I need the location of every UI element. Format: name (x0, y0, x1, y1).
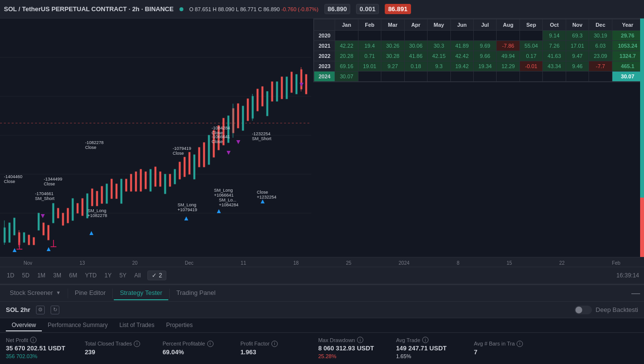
max-drawdown-info[interactable]: i (357, 337, 363, 343)
metrics-bar: Net Profit i 35 670 202.51 USDT 356 702.… (0, 333, 644, 363)
price-display[interactable]: 86.890 (324, 4, 351, 14)
metric-profit-factor: Profit Factor i 1.963 (240, 341, 299, 356)
tab-trading-panel[interactable]: Trading Panel (171, 286, 221, 300)
metric-net-profit: Net Profit i 35 670 202.51 USDT 356 702.… (6, 337, 65, 359)
month-cell (381, 72, 404, 82)
year-cell: 2024 (314, 72, 335, 82)
svg-rect-9 (14, 218, 15, 235)
month-cell: 7.26 (543, 41, 566, 51)
net-profit-info[interactable]: i (30, 337, 36, 343)
tf-all[interactable]: All (132, 271, 143, 280)
bar-counter[interactable]: ✓ 2 (147, 271, 166, 280)
ov-tab-performance[interactable]: Performance Summary (42, 320, 113, 331)
svg-rect-52 (179, 162, 180, 179)
month-cell: -7.86 (497, 41, 519, 51)
month-cell: 30.07 (335, 72, 358, 82)
svg-rect-34 (57, 208, 59, 218)
ov-tab-properties[interactable]: Properties (160, 320, 198, 331)
svg-rect-16 (121, 179, 122, 203)
tf-1d[interactable]: 1D (5, 271, 16, 280)
month-cell (428, 31, 450, 41)
svg-rect-26 (276, 82, 278, 101)
avg-bars-info[interactable]: i (517, 341, 523, 347)
overview-tabs: Overview Performance Summary List of Tra… (0, 318, 644, 333)
total-trades-info[interactable]: i (134, 341, 140, 347)
tab-pine-editor[interactable]: Pine Editor (69, 286, 112, 300)
month-cell (473, 72, 496, 82)
svg-rect-35 (62, 213, 64, 225)
svg-rect-46 (135, 172, 137, 191)
month-cell: 19.42 (450, 61, 473, 72)
tf-1m[interactable]: 1M (36, 271, 48, 280)
tf-3m[interactable]: 3M (51, 271, 63, 280)
svg-rect-41 (101, 186, 103, 203)
svg-rect-38 (82, 199, 83, 216)
metric-percent-profitable: Percent Profitable i 69.04% (162, 341, 221, 356)
month-cell (450, 72, 473, 82)
month-cell: 30.06 (404, 41, 427, 51)
svg-rect-31 (33, 237, 35, 245)
tf-5d[interactable]: 5D (20, 271, 31, 280)
month-cell: -0.01 (519, 61, 542, 72)
year-cell: 2022 (314, 51, 335, 61)
month-cell: 69.16 (335, 61, 358, 72)
th-mar: Mar (381, 19, 404, 31)
svg-rect-28 (296, 74, 297, 94)
refresh-icon[interactable]: ↻ (51, 306, 59, 314)
svg-rect-44 (125, 179, 127, 191)
profit-factor-info[interactable]: i (271, 341, 278, 347)
ohlc-info: O 87.651 H 88.090 L 86.771 C 86.890 -0.7… (189, 6, 319, 12)
th-oct: Oct (543, 19, 566, 31)
svg-rect-18 (164, 174, 166, 194)
svg-rect-47 (140, 169, 142, 191)
svg-rect-43 (116, 184, 117, 199)
ov-tab-overview[interactable]: Overview (6, 320, 42, 331)
svg-rect-56 (203, 143, 205, 167)
month-cell: 19.4 (358, 41, 381, 51)
month-cell (404, 72, 427, 82)
color-strip (640, 18, 644, 257)
sol-header: SOL 2hr ⚙ ↻ Deep Backtesti (0, 302, 644, 318)
year-cell: 2021 (314, 41, 335, 51)
month-cell (404, 31, 427, 41)
month-cell: 55.04 (519, 41, 542, 51)
th-year: Year (612, 19, 643, 31)
svg-rect-33 (48, 225, 49, 240)
price-tag[interactable]: 86.891 (385, 4, 411, 14)
month-cell: 49.94 (497, 51, 519, 61)
svg-rect-19 (174, 169, 176, 184)
tf-5y[interactable]: 5Y (117, 271, 128, 280)
svg-rect-55 (198, 147, 200, 167)
settings-icon[interactable]: ⚙ (36, 306, 45, 314)
month-cell: 41.89 (450, 41, 473, 51)
tf-ytd[interactable]: YTD (83, 271, 99, 280)
tab-strategy-tester[interactable]: Strategy Tester (114, 286, 168, 300)
svg-rect-32 (43, 223, 44, 235)
svg-rect-62 (247, 99, 249, 121)
tab-separator (68, 289, 68, 298)
deep-backtest-toggle[interactable] (574, 306, 592, 314)
tab-label: Strategy Tester (120, 289, 162, 296)
percent-profitable-value: 69.04% (162, 348, 221, 356)
month-cell (497, 31, 519, 41)
tab-label: Trading Panel (177, 289, 215, 296)
tf-1y[interactable]: 1Y (103, 271, 114, 280)
timeframe-buttons: 1D 5D 1M 3M 6M YTD 1Y 5Y All (5, 271, 143, 280)
close-panel-button[interactable]: — (631, 288, 640, 298)
trade-label: Close+1232254 (257, 190, 276, 200)
month-cell: 9.47 (566, 51, 589, 61)
metric-max-drawdown: Max Drawdown i 8 060 312.93 USDT 25.28% (318, 337, 376, 359)
trade-label: -1084284Close (212, 126, 230, 135)
tf-6m[interactable]: 6M (67, 271, 79, 280)
year-cell: 2023 (314, 61, 335, 72)
max-drawdown-sub: 25.28% (318, 353, 376, 359)
chevron-down-icon: ▼ (56, 290, 61, 295)
seasonal-table: Jan Feb Mar Apr May Jun Jul Aug Sep Oct … (313, 18, 644, 82)
percent-profitable-info[interactable]: i (207, 341, 214, 347)
svg-rect-23 (242, 106, 244, 130)
tab-stock-screener[interactable]: Stock Screener ▼ (4, 286, 67, 300)
month-cell: 41.63 (543, 51, 566, 61)
month-cell: 42.42 (450, 51, 473, 61)
avg-trade-info[interactable]: i (422, 337, 429, 343)
ov-tab-trades[interactable]: List of Trades (113, 320, 160, 331)
